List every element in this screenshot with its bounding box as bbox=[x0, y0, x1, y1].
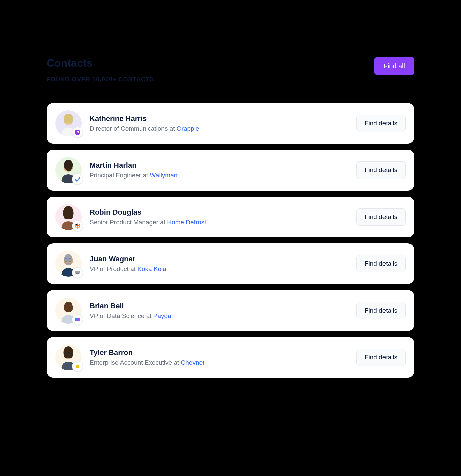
find-details-button[interactable]: Find details bbox=[356, 115, 406, 132]
contact-card[interactable]: Katherine Harris Director of Communicati… bbox=[47, 103, 414, 144]
avatar bbox=[55, 298, 82, 324]
company-badge-icon bbox=[72, 314, 83, 325]
company-badge-icon bbox=[72, 267, 83, 278]
avatar bbox=[55, 110, 82, 136]
contact-name: Martin Harlan bbox=[90, 161, 348, 170]
contact-name: Brian Bell bbox=[90, 302, 348, 310]
company-badge-icon bbox=[72, 221, 83, 231]
company-link[interactable]: Home Defrost bbox=[167, 219, 206, 226]
contact-card[interactable]: Tyler Barron Enterprise Account Executiv… bbox=[47, 337, 414, 378]
contact-card[interactable]: Juan Wagner VP of Product at Koka Kola F… bbox=[47, 243, 414, 284]
svg-point-2 bbox=[77, 131, 79, 133]
avatar bbox=[55, 344, 82, 370]
contact-name: Katherine Harris bbox=[90, 114, 348, 123]
company-link[interactable]: Grapple bbox=[177, 125, 199, 132]
company-link[interactable]: Paygal bbox=[153, 312, 173, 319]
contact-card[interactable]: Brian Bell VP of Data Science at Paygal … bbox=[47, 290, 414, 331]
contact-name: Robin Douglas bbox=[90, 208, 348, 217]
contact-name: Juan Wagner bbox=[90, 255, 348, 263]
company-link[interactable]: Wallymart bbox=[150, 172, 178, 179]
page-header: Contacts FOUND OVER 10,000+ CONTACTS Fin… bbox=[47, 57, 414, 83]
find-details-button[interactable]: Find details bbox=[356, 302, 406, 319]
find-details-button[interactable]: Find details bbox=[356, 161, 406, 179]
svg-point-13 bbox=[77, 318, 80, 321]
contact-role: Senior Product Manager at Home Defrost bbox=[90, 219, 348, 226]
svg-point-9 bbox=[75, 271, 80, 273]
avatar bbox=[55, 251, 82, 277]
avatar bbox=[55, 157, 82, 183]
contact-card[interactable]: Robin Douglas Senior Product Manager at … bbox=[47, 197, 414, 237]
company-badge-icon bbox=[72, 361, 83, 372]
contact-role: VP of Data Science at Paygal bbox=[90, 312, 348, 320]
contact-card[interactable]: Martin Harlan Principal Engineer at Wall… bbox=[47, 150, 414, 191]
find-details-button[interactable]: Find details bbox=[356, 349, 406, 366]
contact-role: Enterprise Account Executive at Chevnot bbox=[90, 359, 348, 366]
contact-name: Tyler Barron bbox=[90, 348, 348, 357]
contact-role: Director of Communications at Grapple bbox=[90, 125, 348, 132]
find-details-button[interactable]: Find details bbox=[356, 255, 406, 272]
contact-role: VP of Product at Koka Kola bbox=[90, 265, 348, 273]
find-details-button[interactable]: Find details bbox=[356, 208, 406, 226]
company-badge-icon bbox=[72, 174, 83, 185]
svg-rect-17 bbox=[76, 365, 79, 368]
company-link[interactable]: Koka Kola bbox=[137, 265, 166, 272]
page-title: Contacts bbox=[47, 57, 154, 69]
company-link[interactable]: Chevnot bbox=[181, 359, 205, 366]
company-badge-icon bbox=[72, 127, 83, 138]
page-subtitle: FOUND OVER 10,000+ CONTACTS bbox=[47, 76, 154, 83]
svg-point-11 bbox=[64, 302, 72, 310]
avatar bbox=[55, 204, 82, 230]
contact-role: Principal Engineer at Wallymart bbox=[90, 172, 348, 179]
contact-list: Katherine Harris Director of Communicati… bbox=[47, 103, 414, 378]
find-all-button[interactable]: Find all bbox=[374, 57, 414, 75]
